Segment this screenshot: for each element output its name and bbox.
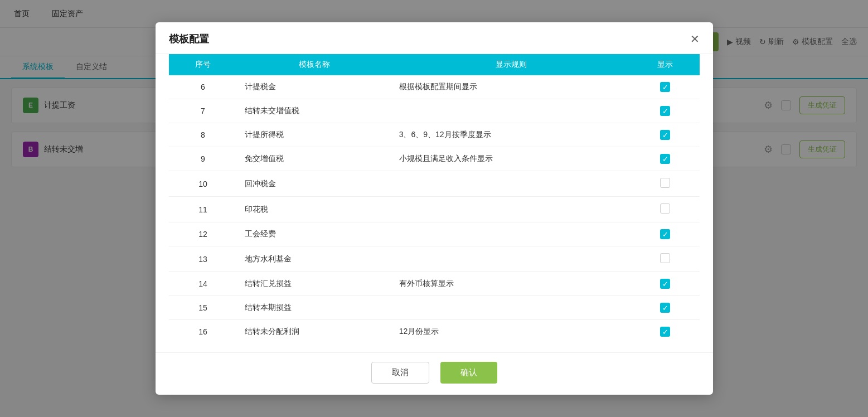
checkbox-checked[interactable]: ✓ xyxy=(660,130,670,140)
dialog-close-button[interactable]: ✕ xyxy=(690,33,700,45)
cell-id: 12 xyxy=(169,222,237,246)
cell-rule xyxy=(391,222,631,246)
cell-rule xyxy=(391,99,631,123)
cell-checkbox: ✓ xyxy=(631,123,700,147)
table-row: 10回冲税金 xyxy=(169,171,700,197)
table-row: 11印花税 xyxy=(169,197,700,222)
modal-overlay: 模板配置 ✕ 序号 模板名称 显示规则 显示 6计提税金根据模板配置期间 xyxy=(0,0,868,417)
cell-name: 计提税金 xyxy=(237,75,391,99)
checkbox-checked[interactable]: ✓ xyxy=(660,303,670,313)
checkbox-checked[interactable]: ✓ xyxy=(660,154,670,164)
cell-checkbox xyxy=(631,246,700,272)
cell-name: 免交增值税 xyxy=(237,147,391,171)
cancel-button[interactable]: 取消 xyxy=(371,362,429,384)
cell-id: 14 xyxy=(169,272,237,296)
checkbox-checked[interactable]: ✓ xyxy=(660,327,670,337)
cell-checkbox xyxy=(631,197,700,222)
cell-name: 结转未交增值税 xyxy=(237,99,391,123)
col-header-rule: 显示规则 xyxy=(391,54,631,75)
cell-rule: 小规模且满足收入条件显示 xyxy=(391,147,631,171)
cell-id: 8 xyxy=(169,123,237,147)
cell-checkbox: ✓ xyxy=(631,320,700,344)
confirm-button[interactable]: 确认 xyxy=(440,362,497,384)
col-header-name: 模板名称 xyxy=(237,54,391,75)
cell-name: 结转未分配利润 xyxy=(237,320,391,344)
dialog-header: 模板配置 ✕ xyxy=(156,22,713,54)
cell-rule xyxy=(391,197,631,222)
checkbox-checked[interactable]: ✓ xyxy=(660,82,670,92)
cell-name: 印花税 xyxy=(237,197,391,222)
cell-rule: 3、6、9、12月按季度显示 xyxy=(391,123,631,147)
table-row: 9免交增值税小规模且满足收入条件显示✓ xyxy=(169,147,700,171)
checkbox-checked[interactable]: ✓ xyxy=(660,279,670,289)
cell-name: 地方水利基金 xyxy=(237,246,391,272)
cell-id: 16 xyxy=(169,320,237,344)
cell-checkbox: ✓ xyxy=(631,99,700,123)
cell-name: 结转汇兑损益 xyxy=(237,272,391,296)
cell-rule: 有外币核算显示 xyxy=(391,272,631,296)
dialog-title: 模板配置 xyxy=(169,32,209,46)
cell-rule xyxy=(391,296,631,320)
cell-checkbox: ✓ xyxy=(631,147,700,171)
cell-id: 6 xyxy=(169,75,237,99)
cell-rule: 12月份显示 xyxy=(391,320,631,344)
checkbox-unchecked[interactable] xyxy=(660,203,670,214)
cell-id: 9 xyxy=(169,147,237,171)
table-row: 12工会经费✓ xyxy=(169,222,700,246)
template-config-dialog: 模板配置 ✕ 序号 模板名称 显示规则 显示 6计提税金根据模板配置期间 xyxy=(156,22,713,395)
cell-name: 结转本期损益 xyxy=(237,296,391,320)
cell-id: 13 xyxy=(169,246,237,272)
template-table: 序号 模板名称 显示规则 显示 6计提税金根据模板配置期间显示✓7结转未交增值税… xyxy=(169,54,700,343)
cell-id: 11 xyxy=(169,197,237,222)
table-row: 16结转未分配利润12月份显示✓ xyxy=(169,320,700,344)
checkbox-unchecked[interactable] xyxy=(660,178,670,188)
cell-id: 10 xyxy=(169,171,237,197)
cell-id: 7 xyxy=(169,99,237,123)
col-header-id: 序号 xyxy=(169,54,237,75)
cell-checkbox xyxy=(631,171,700,197)
dialog-body: 序号 模板名称 显示规则 显示 6计提税金根据模板配置期间显示✓7结转未交增值税… xyxy=(156,54,713,352)
cell-checkbox: ✓ xyxy=(631,75,700,99)
cell-name: 计提所得税 xyxy=(237,123,391,147)
cell-checkbox: ✓ xyxy=(631,272,700,296)
cell-name: 回冲税金 xyxy=(237,171,391,197)
cell-checkbox: ✓ xyxy=(631,296,700,320)
table-header-row: 序号 模板名称 显示规则 显示 xyxy=(169,54,700,75)
background-page: 首页 固定资产 测算金额 ▶ 视频 ↻ 刷新 ⚙ 模板配置 全选 系统模板 自定… xyxy=(0,0,868,417)
cell-rule xyxy=(391,171,631,197)
table-row: 8计提所得税3、6、9、12月按季度显示✓ xyxy=(169,123,700,147)
table-row: 6计提税金根据模板配置期间显示✓ xyxy=(169,75,700,99)
table-row: 13地方水利基金 xyxy=(169,246,700,272)
cell-name: 工会经费 xyxy=(237,222,391,246)
checkbox-checked[interactable]: ✓ xyxy=(660,106,670,116)
checkbox-checked[interactable]: ✓ xyxy=(660,229,670,239)
table-row: 14结转汇兑损益有外币核算显示✓ xyxy=(169,272,700,296)
cell-rule xyxy=(391,246,631,272)
col-header-display: 显示 xyxy=(631,54,700,75)
dialog-footer: 取消 确认 xyxy=(156,352,713,395)
table-row: 7结转未交增值税✓ xyxy=(169,99,700,123)
checkbox-unchecked[interactable] xyxy=(660,253,670,263)
cell-rule: 根据模板配置期间显示 xyxy=(391,75,631,99)
table-row: 15结转本期损益✓ xyxy=(169,296,700,320)
cell-id: 15 xyxy=(169,296,237,320)
cell-checkbox: ✓ xyxy=(631,222,700,246)
